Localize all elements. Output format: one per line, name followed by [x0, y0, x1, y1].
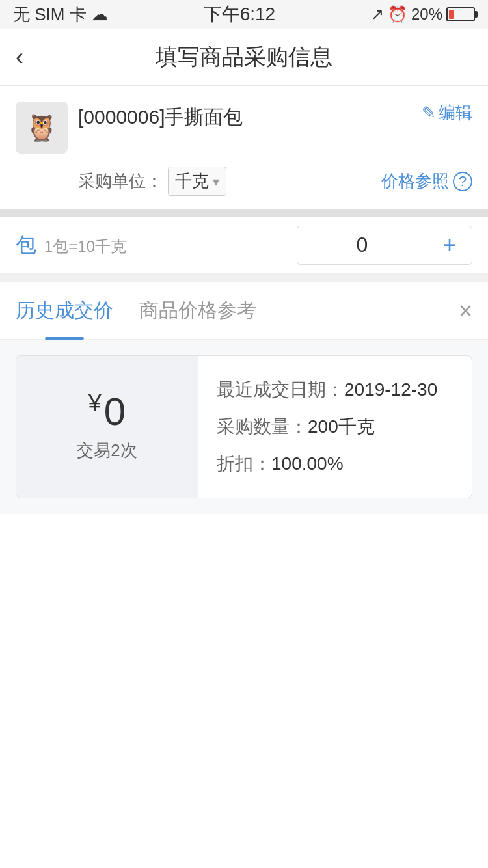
purchase-qty-value: 200千克: [308, 416, 375, 437]
status-bar: 无 SIM 卡 ☁ 下午6:12 ↗ ⏰ 20%: [0, 0, 488, 29]
product-thumbnail: 🦉: [16, 102, 68, 154]
back-button[interactable]: ‹: [16, 44, 23, 71]
status-time: 下午6:12: [204, 2, 276, 27]
edit-label: 编辑: [439, 102, 472, 124]
unit-row: 采购单位： 千克 ▾ 价格参照 ?: [78, 167, 472, 196]
price-left-panel: ¥0 交易2次: [16, 356, 198, 498]
price-card: ¥0 交易2次 最近成交日期：2019-12-30 采购数量：200千克 折扣：…: [16, 355, 472, 498]
status-left: 无 SIM 卡 ☁: [13, 3, 108, 26]
price-ref-help-icon[interactable]: ?: [453, 172, 472, 191]
quantity-right: +: [297, 226, 472, 265]
main-content-area: [0, 514, 488, 868]
alarm-icon: ⏰: [388, 5, 407, 23]
edit-icon: ✎: [422, 103, 436, 123]
yuan-sign: ¥: [88, 390, 102, 416]
quantity-input[interactable]: [297, 226, 427, 265]
unit-dropdown-icon: ▾: [213, 174, 219, 189]
page-title: 填写商品采购信息: [156, 42, 332, 72]
discount-label: 折扣：: [217, 454, 271, 474]
product-logo-icon: 🦉: [25, 113, 58, 143]
tab-close-button[interactable]: ×: [459, 297, 472, 325]
location-icon: ↗: [371, 5, 384, 23]
unit-value: 千克: [175, 170, 209, 193]
price-value: 0: [104, 390, 126, 433]
price-ref-label: 价格参照: [381, 170, 449, 193]
product-top-row: 🦉 [0000006]手撕面包 ✎ 编辑: [16, 102, 472, 154]
tab-section: 历史成交价 商品价格参考 × ¥0 交易2次 最近成交日期：2019-12-30…: [0, 282, 488, 514]
tab-product-price-ref[interactable]: 商品价格参考: [139, 282, 256, 340]
battery-icon: [446, 7, 475, 21]
quantity-unit-label: 包: [16, 231, 36, 260]
price-amount: ¥0: [88, 392, 126, 431]
unit-label: 采购单位：: [78, 170, 163, 193]
price-right-panel: 最近成交日期：2019-12-30 采购数量：200千克 折扣：100.00%: [198, 356, 472, 498]
unit-select[interactable]: 千克 ▾: [168, 167, 226, 196]
page-header: ‹ 填写商品采购信息: [0, 29, 488, 86]
product-left: 🦉 [0000006]手撕面包: [16, 102, 243, 154]
battery-percent: 20%: [411, 5, 442, 23]
product-card: 🦉 [0000006]手撕面包 ✎ 编辑 采购单位： 千克 ▾ 价格参照 ?: [0, 86, 488, 209]
battery-fill: [449, 10, 454, 19]
status-right: ↗ ⏰ 20%: [371, 5, 475, 23]
recent-date-row: 最近成交日期：2019-12-30: [217, 377, 454, 402]
quantity-left: 包 1包=10千克: [16, 231, 126, 260]
price-card-area: ¥0 交易2次 最近成交日期：2019-12-30 采购数量：200千克 折扣：…: [0, 340, 488, 514]
purchase-qty-row: 采购数量：200千克: [217, 414, 454, 439]
recent-date-value: 2019-12-30: [344, 379, 437, 400]
recent-date-label: 最近成交日期：: [217, 379, 344, 400]
tab-product-price-ref-label: 商品价格参考: [139, 297, 256, 324]
tab-list: 历史成交价 商品价格参考: [16, 282, 256, 340]
tab-header: 历史成交价 商品价格参考 ×: [0, 282, 488, 340]
price-trade-count: 交易2次: [77, 439, 137, 462]
quantity-plus-button[interactable]: +: [427, 226, 472, 265]
sim-status: 无 SIM 卡 ☁: [13, 3, 108, 26]
section-divider: [0, 209, 488, 217]
tab-history-price-label: 历史成交价: [16, 297, 113, 324]
purchase-qty-label: 采购数量：: [217, 416, 308, 437]
tab-history-price[interactable]: 历史成交价: [16, 282, 113, 340]
quantity-row: 包 1包=10千克 +: [0, 217, 488, 274]
quantity-conversion: 1包=10千克: [44, 236, 126, 257]
edit-button[interactable]: ✎ 编辑: [422, 102, 472, 124]
price-ref-button[interactable]: 价格参照 ?: [381, 170, 472, 193]
discount-row: 折扣：100.00%: [217, 451, 454, 476]
discount-value: 100.00%: [271, 454, 344, 474]
product-name: [0000006]手撕面包: [78, 102, 243, 131]
